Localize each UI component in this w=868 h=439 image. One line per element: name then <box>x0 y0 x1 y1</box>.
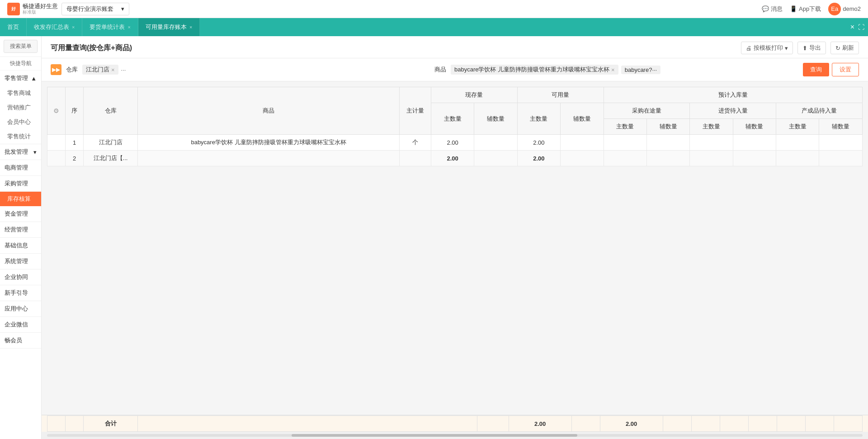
th-finished-goods: 产成品待入量 <box>776 103 863 119</box>
chevron-down-icon: ▾ <box>121 5 124 12</box>
sidebar-section-enterprise-header[interactable]: 企业协同 <box>0 269 41 285</box>
cell-finished-main-2 <box>776 151 819 166</box>
sidebar-search-area: 搜索菜单 <box>0 36 41 57</box>
summary-p6 <box>834 416 862 432</box>
scroll-thumb[interactable] <box>292 434 577 437</box>
summary-table: 合计 2.00 2.00 <box>47 415 863 432</box>
top-bar-left: 好 畅捷通好生意 标准版 母婴行业演示账套 ▾ <box>7 3 129 15</box>
close-tab-receipts[interactable]: × <box>72 24 75 30</box>
close-all-tabs-btn[interactable]: × <box>850 23 854 31</box>
th-current-main-qty: 主数量 <box>431 103 474 135</box>
th-purchase-transit-aux: 辅数量 <box>646 119 689 135</box>
th-inbound-pending-main: 主数量 <box>690 119 733 135</box>
product-tags-area: babycare学饮杯 儿童防摔防撞吸管杯重力球吸嘴杯宝宝水杯 × babyca… <box>451 65 798 75</box>
sidebar-section-operations: 经营管理 <box>0 222 41 238</box>
horizontal-scrollbar[interactable] <box>42 432 868 439</box>
template-print-btn[interactable]: 🖨 按模板打印 ▾ <box>741 42 793 54</box>
warehouse-tags-area: 江北门店 × ··· <box>82 65 430 75</box>
nav-tabs: 首页 收发存汇总表 × 要货单统计表 × 可用量库存账本 × × ⛶ <box>0 18 868 36</box>
remove-product-babycare[interactable]: × <box>611 66 615 73</box>
sidebar-section-retail: 零售管理 ▲ 零售商城 营销推广 会员中心 零售统计 <box>0 71 41 144</box>
tab-actions: × ⛶ <box>847 18 868 36</box>
sidebar-section-retail-header[interactable]: 零售管理 ▲ <box>0 71 41 86</box>
cell-avail-main-1: 2.00 <box>517 135 560 151</box>
warehouse-more-btn[interactable]: ··· <box>121 66 126 73</box>
close-tab-order-stats[interactable]: × <box>127 24 130 30</box>
filter-expand-btn[interactable]: ▶▶ <box>51 64 61 75</box>
sidebar-section-finance-header[interactable]: 资金管理 <box>0 206 41 222</box>
sidebar-section-enterprise-wechat-header[interactable]: 企业微信 <box>0 317 41 332</box>
sidebar-item-retail-promo[interactable]: 营销推广 <box>0 100 41 115</box>
sidebar-item-inventory[interactable]: 库存核算 <box>0 192 41 206</box>
product-tag-babycare2: babycare?··· <box>621 66 661 74</box>
tab-receipts[interactable]: 收发存汇总表 × <box>27 18 82 36</box>
message-btn[interactable]: 💬 消息 <box>762 5 783 13</box>
user-menu[interactable]: Ea demo2 <box>828 3 861 15</box>
cell-purchase-transit-main-1 <box>604 135 646 151</box>
tab-order-stats[interactable]: 要货单统计表 × <box>82 18 138 36</box>
sidebar: 搜索菜单 快捷导航 零售管理 ▲ 零售商城 营销推广 会员中心 零售统计 批发管… <box>0 36 42 439</box>
export-btn[interactable]: ⬆ 导出 <box>797 42 826 54</box>
close-tab-available-inventory[interactable]: × <box>189 24 192 30</box>
page-title: 可用量查询(按仓库+商品) <box>51 43 132 53</box>
refresh-icon: ↻ <box>835 45 840 52</box>
logo-text: 畅捷通好生意 标准版 <box>23 3 58 15</box>
sidebar-item-retail-stats[interactable]: 零售统计 <box>0 129 41 144</box>
logo-icon: 好 <box>7 3 20 15</box>
cell-inbound-pending-main-2 <box>690 151 733 166</box>
app-download-btn[interactable]: 📱 App下载 <box>790 5 821 13</box>
refresh-btn[interactable]: ↻ 刷新 <box>830 42 859 54</box>
cell-warehouse-1: 江北门店 <box>84 135 138 151</box>
sidebar-item-retail-member[interactable]: 会员中心 <box>0 115 41 129</box>
sidebar-section-enterprise: 企业协同 <box>0 269 41 285</box>
th-available: 可用量 <box>517 87 604 103</box>
summary-p1 <box>691 416 720 432</box>
th-available-aux-qty: 辅数量 <box>561 103 604 135</box>
summary-bar-container: 合计 2.00 2.00 <box>42 415 868 432</box>
th-current-aux-qty: 辅数量 <box>474 103 517 135</box>
cell-current-aux-2 <box>474 151 517 166</box>
sidebar-section-basics-header[interactable]: 基础信息 <box>0 238 41 253</box>
sidebar-section-purchase-header[interactable]: 采购管理 <box>0 176 41 191</box>
sidebar-section-vip-header[interactable]: 畅会员 <box>0 333 41 348</box>
summary-gear <box>47 416 66 432</box>
sidebar-quick-nav[interactable]: 快捷导航 <box>0 57 41 71</box>
th-inbound-pending: 进货待入量 <box>690 103 776 119</box>
settings-btn[interactable]: 设置 <box>832 63 859 76</box>
cell-gear-1 <box>47 135 66 151</box>
cell-current-main-1: 2.00 <box>431 135 474 151</box>
sidebar-section-app-center-header[interactable]: 应用中心 <box>0 301 41 316</box>
sidebar-section-system: 系统管理 <box>0 254 41 269</box>
page-header: 可用量查询(按仓库+商品) 🖨 按模板打印 ▾ ⬆ 导出 ↻ 刷新 <box>42 36 868 58</box>
cell-inbound-pending-aux-2 <box>733 151 776 166</box>
table-row: 1 江北门店 babycare学饮杯 儿童防摔防撞吸管杯重力球吸嘴杯宝宝水杯 个… <box>47 135 863 151</box>
tab-home[interactable]: 首页 <box>0 18 27 36</box>
sidebar-search-btn[interactable]: 搜索菜单 <box>4 40 38 53</box>
summary-p4 <box>777 416 805 432</box>
cell-inbound-pending-aux-1 <box>733 135 776 151</box>
cell-avail-aux-1 <box>561 135 604 151</box>
sidebar-section-ecommerce-header[interactable]: 电商管理 <box>0 160 41 175</box>
th-gear[interactable]: ⚙ <box>47 87 66 135</box>
sidebar-item-retail-mall[interactable]: 零售商城 <box>0 86 41 100</box>
table-container: ⚙ 序 仓库 商品 主计量 现存量 可用量 预计入库量 主数量 辅数量 主数量 <box>42 81 868 415</box>
sidebar-section-operations-header[interactable]: 经营管理 <box>0 222 41 237</box>
tab-available-inventory[interactable]: 可用量库存账本 × <box>138 18 200 36</box>
fullscreen-btn[interactable]: ⛶ <box>858 24 864 31</box>
chevron-up-icon: ▲ <box>31 75 37 82</box>
data-table: ⚙ 序 仓库 商品 主计量 现存量 可用量 预计入库量 主数量 辅数量 主数量 <box>47 87 863 166</box>
sidebar-section-system-header[interactable]: 系统管理 <box>0 254 41 269</box>
summary-p2 <box>720 416 748 432</box>
industry-selector[interactable]: 母婴行业演示账套 ▾ <box>61 3 129 15</box>
sidebar-section-newbie: 新手引导 <box>0 285 41 301</box>
cell-current-main-2: 2.00 <box>431 151 474 166</box>
sidebar-section-finance: 资金管理 <box>0 206 41 222</box>
query-btn[interactable]: 查询 <box>803 63 829 76</box>
chevron-down-icon: ▾ <box>33 149 37 156</box>
printer-icon: 🖨 <box>746 45 752 52</box>
cell-purchase-transit-aux-1 <box>646 135 689 151</box>
sidebar-section-newbie-header[interactable]: 新手引导 <box>0 285 41 301</box>
remove-warehouse-jiangbei[interactable]: × <box>111 66 115 73</box>
summary-avail-aux <box>663 416 691 432</box>
sidebar-section-wholesale-header[interactable]: 批发管理 ▾ <box>0 144 41 160</box>
